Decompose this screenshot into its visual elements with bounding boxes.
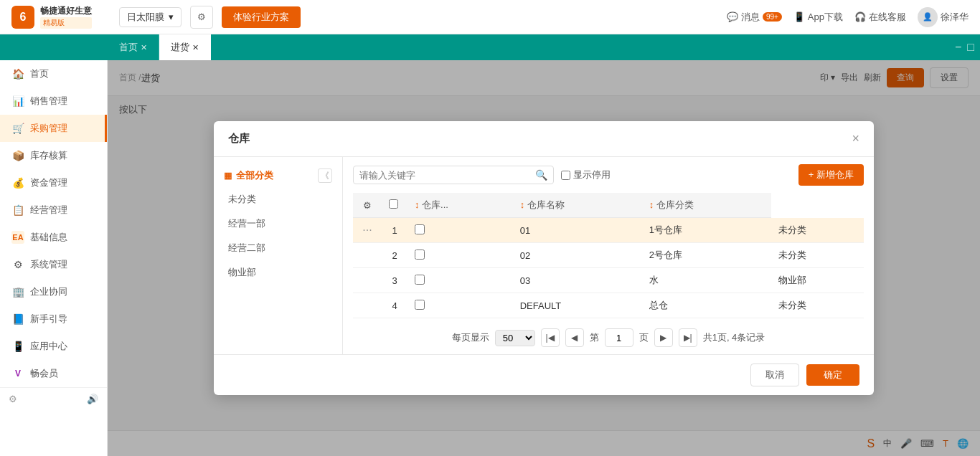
sidebar-item-sales[interactable]: 📊 销售管理 bbox=[0, 87, 107, 115]
col-code: ↕ 仓库... bbox=[407, 193, 513, 218]
sidebar-item-inventory[interactable]: 📦 库存核算 bbox=[0, 142, 107, 169]
page-size-select[interactable]: 50 20 100 bbox=[495, 330, 535, 346]
dialog-body: ▦ 全部分类 《 未分类 经营一部 经营二部 物业部 bbox=[214, 157, 874, 354]
row-settings bbox=[353, 243, 382, 268]
category-item-ops1[interactable]: 经营一部 bbox=[214, 212, 342, 236]
table-row[interactable]: 3 03 水 物业部 bbox=[353, 268, 864, 293]
sidebar-item-basic-info[interactable]: EA 基础信息 bbox=[0, 224, 107, 251]
last-page-button[interactable]: ▶| bbox=[679, 328, 697, 347]
row-checkbox bbox=[407, 243, 513, 268]
row-checkbox-1[interactable] bbox=[415, 224, 425, 234]
category-item-unclassified[interactable]: 未分类 bbox=[214, 187, 342, 212]
settings-bottom-icon[interactable]: ⚙ bbox=[9, 394, 17, 404]
sidebar-item-home[interactable]: 🏠 首页 bbox=[0, 60, 107, 87]
row-num: 2 bbox=[382, 243, 407, 268]
sidebar-item-guide[interactable]: 📘 新手引导 bbox=[0, 305, 107, 333]
row-code: DEFAULT bbox=[513, 293, 642, 318]
minimize-icon[interactable]: − bbox=[955, 41, 961, 54]
dialog-title: 仓库 bbox=[228, 132, 250, 146]
sidebar-item-member[interactable]: V 畅会员 bbox=[0, 360, 107, 387]
tab-home[interactable]: 首页 ✕ bbox=[108, 34, 159, 60]
row-name: 总仓 bbox=[642, 293, 771, 318]
dialog-overlay: 仓库 × ▦ 全部分类 《 未分类 bbox=[108, 60, 980, 456]
table-toolbar: 🔍 显示停用 + 新增仓库 bbox=[353, 164, 864, 186]
prev-page-button[interactable]: ◀ bbox=[565, 328, 584, 347]
row-category: 未分类 bbox=[771, 243, 864, 268]
search-icon[interactable]: 🔍 bbox=[535, 169, 547, 181]
volume-icon[interactable]: 🔊 bbox=[87, 394, 98, 404]
collapse-button[interactable]: 《 bbox=[318, 168, 332, 183]
row-checkbox bbox=[407, 218, 513, 243]
search-input[interactable] bbox=[359, 170, 535, 181]
row-settings bbox=[353, 293, 382, 318]
trial-button[interactable]: 体验行业方案 bbox=[222, 6, 301, 28]
sidebar-item-finance[interactable]: 💰 资金管理 bbox=[0, 169, 107, 196]
dialog-header: 仓库 × bbox=[214, 121, 874, 157]
row-num: 3 bbox=[382, 268, 407, 293]
cancel-button[interactable]: 取消 bbox=[750, 364, 799, 386]
grid-icon: ▦ bbox=[224, 171, 232, 181]
finance-icon: 💰 bbox=[11, 176, 24, 189]
close-active-tab-icon[interactable]: ✕ bbox=[192, 43, 199, 52]
category-item-property[interactable]: 物业部 bbox=[214, 260, 342, 285]
message-icon: 💬 bbox=[727, 11, 738, 22]
enterprise-icon: 🏢 bbox=[11, 285, 24, 298]
row-name: 2号仓库 bbox=[642, 243, 771, 268]
avatar: 👤 bbox=[918, 7, 938, 27]
show-disabled-checkbox[interactable] bbox=[561, 171, 570, 180]
show-disabled-toggle[interactable]: 显示停用 bbox=[561, 168, 611, 181]
online-service-button[interactable]: 🎧 在线客服 bbox=[854, 11, 906, 24]
message-button[interactable]: 💬 消息 99+ bbox=[727, 11, 782, 24]
maximize-icon[interactable]: □ bbox=[967, 41, 974, 54]
search-box: 🔍 bbox=[353, 166, 554, 184]
sort-icon-name: ↕ bbox=[520, 199, 525, 210]
logo-icon: 6 bbox=[11, 6, 34, 29]
category-title: ▦ 全部分类 bbox=[224, 169, 273, 182]
col-checkbox bbox=[382, 193, 407, 218]
chevron-down-icon: ▾ bbox=[169, 11, 174, 22]
basic-info-icon: EA bbox=[11, 231, 24, 244]
category-item-ops2[interactable]: 经营二部 bbox=[214, 236, 342, 260]
row-checkbox-4[interactable] bbox=[415, 300, 425, 310]
row-checkbox bbox=[407, 268, 513, 293]
header-center: 日太阳膜 ▾ ⚙ 体验行业方案 bbox=[119, 6, 727, 29]
col-category: ↕ 仓库分类 bbox=[642, 193, 771, 218]
system-icon: ⚙ bbox=[11, 258, 24, 271]
app-icon: 📱 bbox=[793, 11, 805, 22]
purchase-icon: 🛒 bbox=[11, 122, 24, 135]
home-icon: 🏠 bbox=[11, 67, 24, 80]
sidebar-item-enterprise[interactable]: 🏢 企业协同 bbox=[0, 278, 107, 305]
page-number-input[interactable] bbox=[605, 328, 633, 347]
tab-purchase[interactable]: 进货 ✕ bbox=[159, 34, 211, 60]
category-panel: ▦ 全部分类 《 未分类 经营一部 经营二部 物业部 bbox=[214, 157, 343, 354]
sidebar-item-operations[interactable]: 📋 经营管理 bbox=[0, 196, 107, 224]
store-selector[interactable]: 日太阳膜 ▾ bbox=[119, 7, 182, 27]
table-row[interactable]: 4 DEFAULT 总仓 未分类 bbox=[353, 293, 864, 318]
add-warehouse-button[interactable]: + 新增仓库 bbox=[798, 164, 864, 186]
app-download-button[interactable]: 📱 App下载 bbox=[793, 11, 843, 24]
settings-button[interactable]: ⚙ bbox=[190, 6, 213, 29]
category-header: ▦ 全部分类 《 bbox=[214, 164, 342, 187]
logo-text: 畅捷通好生意 精易版 bbox=[40, 5, 92, 29]
dialog-close-button[interactable]: × bbox=[852, 131, 859, 146]
next-page-button[interactable]: ▶ bbox=[654, 328, 673, 347]
row-checkbox-3[interactable] bbox=[415, 275, 425, 285]
row-checkbox-2[interactable] bbox=[415, 250, 425, 260]
user-profile[interactable]: 👤 徐泽华 bbox=[918, 7, 969, 27]
sort-icon: ↕ bbox=[415, 199, 420, 210]
first-page-button[interactable]: |◀ bbox=[541, 328, 560, 347]
row-ellipsis[interactable]: ··· bbox=[362, 224, 372, 236]
main-layout: 🏠 首页 📊 销售管理 🛒 采购管理 📦 库存核算 💰 资金管理 📋 经营管理 … bbox=[0, 60, 980, 456]
table-row[interactable]: ··· 1 01 1号仓库 未分类 bbox=[353, 218, 864, 243]
row-category: 未分类 bbox=[771, 218, 864, 243]
select-all-checkbox[interactable] bbox=[389, 199, 398, 209]
confirm-button[interactable]: 确定 bbox=[806, 364, 859, 386]
close-tab-icon[interactable]: ✕ bbox=[141, 43, 147, 52]
row-num: 1 bbox=[382, 218, 407, 243]
table-row[interactable]: 2 02 2号仓库 未分类 bbox=[353, 243, 864, 268]
sidebar-item-apps[interactable]: 📱 应用中心 bbox=[0, 333, 107, 360]
sidebar-item-system[interactable]: ⚙ 系统管理 bbox=[0, 251, 107, 278]
row-settings: ··· bbox=[353, 218, 382, 243]
top-header: 6 畅捷通好生意 精易版 日太阳膜 ▾ ⚙ 体验行业方案 💬 消息 99+ 📱 … bbox=[0, 0, 980, 34]
sidebar-item-purchase[interactable]: 🛒 采购管理 bbox=[0, 115, 107, 142]
